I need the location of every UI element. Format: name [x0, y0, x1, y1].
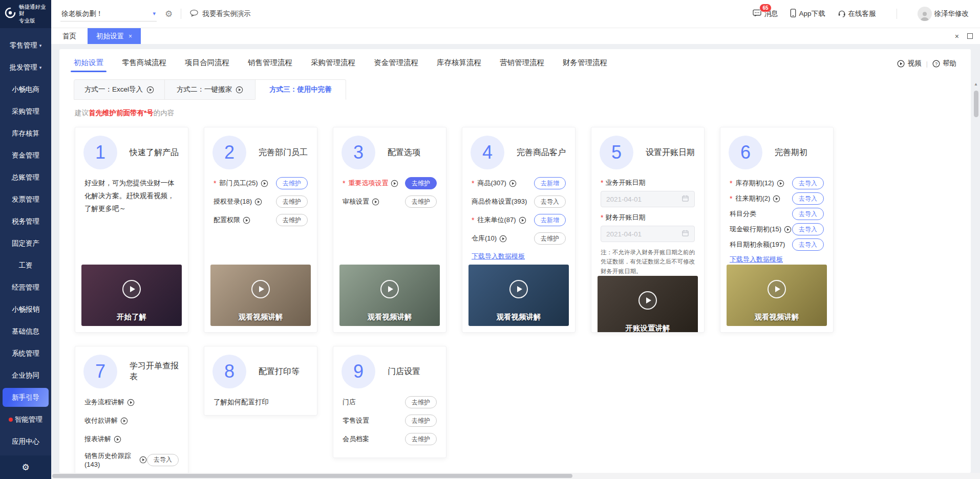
play-icon[interactable]	[777, 180, 784, 187]
flow-tab-4[interactable]: 销售管理流程	[248, 58, 292, 74]
item-label-group: 销售历史价跟踪(143)	[84, 451, 147, 468]
flow-tab-7[interactable]: 库存核算流程	[437, 58, 481, 74]
sidebar-item-intelligent-management[interactable]: 智能管理	[0, 408, 51, 430]
scroll-up-arrow-icon[interactable]: ▲	[972, 82, 979, 86]
flow-tab-1[interactable]: 初始设置	[74, 58, 103, 74]
tab-close-icon[interactable]: ×	[129, 33, 132, 40]
video-caption: 观看视频讲解	[339, 312, 440, 322]
sidebar-item-system-management[interactable]: 系统管理	[0, 342, 51, 364]
help-link[interactable]: ? 帮助	[932, 59, 956, 68]
sidebar-settings-button[interactable]: ⚙	[0, 455, 51, 479]
sidebar-item-beginner-guide[interactable]: 新手引导	[3, 388, 49, 407]
play-icon[interactable]	[127, 399, 135, 406]
method-tab-2[interactable]: 方式二：一键搬家	[164, 79, 255, 100]
sidebar-item-enterprise-collaboration[interactable]: 企业协同	[0, 364, 51, 386]
video-thumbnail[interactable]: 观看视频讲解	[210, 265, 311, 326]
play-icon[interactable]	[120, 417, 128, 425]
card-title: 门店设置	[388, 366, 420, 377]
online-service-button[interactable]: 在线客服	[838, 9, 876, 19]
flow-tab-8[interactable]: 营销管理流程	[500, 58, 544, 74]
play-icon[interactable]	[243, 216, 250, 224]
sidebar-item-purchase-management[interactable]: 采购管理	[0, 100, 51, 122]
action-button[interactable]: 去维护	[276, 214, 308, 226]
action-button[interactable]: 去维护	[405, 177, 437, 189]
play-icon[interactable]	[509, 180, 517, 187]
sidebar-item-app-center[interactable]: 应用中心	[0, 430, 51, 452]
messages-button[interactable]: 65 消息	[753, 9, 778, 18]
action-button[interactable]: 去维护	[276, 177, 308, 189]
sidebar-item-fixed-assets[interactable]: 固定资产	[0, 232, 51, 254]
action-button[interactable]: 去维护	[534, 232, 566, 245]
sidebar-item-payroll[interactable]: 工资	[0, 254, 51, 276]
action-button[interactable]: 去导入	[792, 223, 824, 235]
download-template-link[interactable]: 下载导入数据模板	[730, 255, 783, 264]
action-button[interactable]: 去维护	[405, 415, 437, 427]
action-button[interactable]: 去导入	[534, 195, 566, 208]
sidebar-item-inventory-accounting[interactable]: 库存核算	[0, 122, 51, 144]
action-button[interactable]: 去导入	[792, 192, 824, 205]
flow-tab-9[interactable]: 财务管理流程	[563, 58, 607, 74]
online-service-label: 在线客服	[848, 9, 876, 18]
card-body: *部门员工(25)去维护授权登录(18)去维护配置权限去维护	[210, 177, 311, 232]
account-selector[interactable]: 徐老板勿删！ ▾	[60, 7, 157, 21]
user-menu[interactable]: 徐泽华修改	[918, 7, 969, 21]
sidebar-item-funds-management[interactable]: 资金管理	[0, 144, 51, 166]
flow-tab-5[interactable]: 采购管理流程	[311, 58, 355, 74]
close-all-tabs-icon[interactable]: ×	[955, 32, 959, 40]
action-button[interactable]: 去新增	[534, 177, 566, 189]
horizontal-scrollbar-thumb[interactable]	[52, 474, 572, 478]
action-button[interactable]: 去维护	[405, 433, 437, 445]
video-thumbnail[interactable]: 观看视频讲解	[468, 265, 569, 326]
video-link[interactable]: 视频	[897, 59, 921, 68]
play-icon[interactable]	[254, 198, 262, 206]
action-button[interactable]: 去导入	[792, 208, 824, 220]
action-button[interactable]: 去导入	[792, 177, 824, 189]
app-download-button[interactable]: App下载	[790, 9, 825, 19]
tab-initial-setup[interactable]: 初始设置×	[88, 28, 141, 44]
download-template-link[interactable]: 下载导入数据模板	[472, 252, 525, 261]
sidebar-item-expense-reimbursement[interactable]: 小畅报销	[0, 298, 51, 320]
action-button[interactable]: 去导入	[792, 238, 824, 251]
play-icon[interactable]	[519, 216, 526, 224]
play-icon[interactable]	[784, 226, 792, 233]
action-button[interactable]: 去维护	[405, 396, 437, 408]
play-icon[interactable]	[391, 180, 398, 187]
action-button[interactable]: 去导入	[147, 454, 179, 466]
demo-link[interactable]: 我要看实例演示	[189, 9, 251, 18]
sidebar-item-general-ledger[interactable]: 总账管理	[0, 166, 51, 188]
play-icon[interactable]	[261, 180, 268, 187]
fullscreen-icon[interactable]	[967, 33, 973, 39]
sidebar-item-wholesale-management[interactable]: 批发管理▾	[0, 56, 51, 78]
sidebar-item-invoice-management[interactable]: 发票管理	[0, 188, 51, 210]
flow-tab-2[interactable]: 零售商城流程	[122, 58, 166, 74]
play-icon[interactable]	[139, 456, 147, 464]
sidebar-item-operations-management[interactable]: 经营管理	[0, 276, 51, 298]
date-input[interactable]: 2021-04-01	[601, 191, 695, 207]
flow-tab-6[interactable]: 资金管理流程	[374, 58, 418, 74]
setup-card-4: 4完善商品客户*商品(307)去新增商品价格设置(393)去导入*往来单位(87…	[462, 127, 576, 333]
method-tab-3[interactable]: 方式三：使用中完善	[255, 79, 346, 100]
action-button[interactable]: 去维护	[276, 195, 308, 208]
play-icon[interactable]	[773, 195, 780, 203]
tab-home[interactable]: 首页	[51, 28, 88, 44]
sidebar-item-ecommerce[interactable]: 小畅电商	[0, 78, 51, 100]
play-icon[interactable]	[114, 436, 121, 443]
sidebar-item-tax-management[interactable]: 税务管理	[0, 210, 51, 232]
sidebar-item-retail-management[interactable]: 零售管理▾	[0, 34, 51, 56]
method-tab-1[interactable]: 方式一：Excel导入	[74, 79, 165, 100]
sidebar-item-basic-info[interactable]: 基础信息	[0, 320, 51, 342]
gear-icon[interactable]: ⚙	[165, 9, 173, 19]
video-thumbnail[interactable]: 观看视频讲解	[727, 265, 827, 326]
app-logo[interactable]: 畅捷通好业财 专业版	[0, 0, 51, 28]
video-thumbnail[interactable]: 开账设置讲解	[598, 276, 698, 333]
vertical-scrollbar-thumb[interactable]	[974, 91, 978, 117]
play-icon[interactable]	[372, 198, 379, 206]
play-icon[interactable]	[499, 235, 507, 243]
video-caption: 观看视频讲解	[210, 312, 311, 322]
video-thumbnail[interactable]: 开始了解	[81, 265, 182, 326]
video-thumbnail[interactable]: 观看视频讲解	[339, 265, 440, 326]
action-button[interactable]: 去新增	[534, 214, 566, 226]
action-button[interactable]: 去维护	[405, 195, 437, 208]
date-input[interactable]: 2021-04-01	[601, 226, 695, 242]
flow-tab-3[interactable]: 项目合同流程	[185, 58, 229, 74]
